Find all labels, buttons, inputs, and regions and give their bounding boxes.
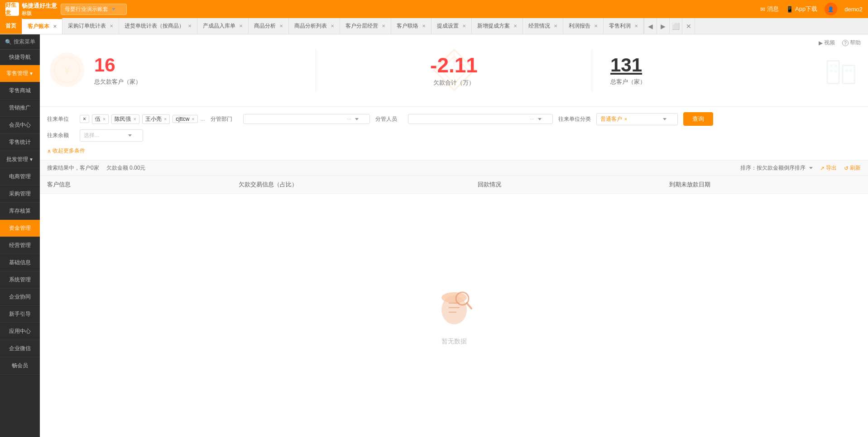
sidebar-item-inventory[interactable]: 库存核算 [0, 203, 40, 220]
svg-rect-9 [830, 64, 833, 67]
more-tags-btn[interactable]: ... [201, 116, 205, 122]
sort-select[interactable]: 排序：按欠款金额倒序排序 [740, 164, 813, 172]
help-area: ▶ 视频 ? 帮助 [819, 39, 861, 47]
template-selector[interactable]: 母婴行业演示账套 [61, 4, 127, 15]
tab-customer-ledger[interactable]: 客户账本 ✕ [22, 18, 62, 34]
filter-row-1: 往来单位 × 伍 × 陈民强 × 王小亮 × [47, 112, 861, 126]
close-tab-icon[interactable]: ✕ [594, 24, 598, 28]
sidebar-item-basic-info[interactable]: 基础信息 [0, 254, 40, 271]
tab-product-analysis-list[interactable]: 商品分析列表 ✕ [289, 18, 340, 34]
nav-prev-btn[interactable]: ◀ [644, 18, 657, 34]
sidebar-item-enterprise-collab[interactable]: 企业协同 [0, 289, 40, 306]
remove-tag-wang[interactable]: × [164, 116, 167, 122]
unit-class-select[interactable]: 普通客户 × [596, 113, 678, 125]
sidebar-item-retail-stats[interactable]: 零售统计 [0, 134, 40, 151]
tab-customer-contact[interactable]: 客户联络 ✕ [391, 18, 432, 34]
balance-select[interactable]: 选择... [80, 129, 143, 142]
sidebar-item-chang-member[interactable]: 畅会员 [0, 357, 40, 375]
sidebar-item-ecommerce[interactable]: 电商管理 [0, 168, 40, 185]
tab-inbound-by-product[interactable]: 进货单统计表（按商品） ✕ [119, 18, 197, 34]
sidebar-item-capital-mgmt[interactable]: 资金管理 [0, 220, 40, 237]
sidebar-quick-nav[interactable]: 快捷导航 [0, 50, 40, 65]
message-btn[interactable]: ✉ 消息 [760, 5, 779, 13]
sidebar-search[interactable]: 🔍 搜索菜单 [0, 34, 40, 50]
export-btn[interactable]: ↗ 导出 [820, 164, 837, 172]
dept-select[interactable]: ··· [243, 114, 370, 124]
query-button[interactable]: 查询 [683, 112, 713, 126]
tab-commission-settings[interactable]: 提成设置 ✕ [432, 18, 472, 34]
nav-maximize-btn[interactable]: ⬜ [670, 18, 682, 34]
close-tab-icon[interactable]: ✕ [634, 24, 638, 28]
empty-text: 暂无数据 [441, 337, 467, 346]
person-label: 分管人员 [375, 115, 403, 123]
close-tab-icon[interactable]: ✕ [462, 24, 466, 28]
filter-row-2: 往来余额 选择... [47, 129, 861, 142]
video-btn[interactable]: ▶ 视频 [819, 39, 835, 47]
customer-count: 搜索结果中，客户0家 [47, 164, 99, 172]
sidebar-item-new-guide[interactable]: 新手引导 [0, 306, 40, 323]
close-tab-icon[interactable]: ✕ [239, 24, 243, 28]
person-select[interactable]: ··· [408, 114, 553, 124]
collapse-up-icon: ∧ [47, 148, 51, 154]
message-icon: ✉ [760, 6, 765, 13]
username[interactable]: demo2 [844, 6, 863, 13]
tab-retail-profit[interactable]: 零售利润 ✕ [604, 18, 644, 34]
tab-product-analysis[interactable]: 商品分析 ✕ [249, 18, 289, 34]
help-btn[interactable]: ? 帮助 [842, 39, 861, 47]
stat-debt-amount: -2.11 欠款合计（万） [316, 45, 592, 96]
sidebar-item-retail-mall[interactable]: 零售商城 [0, 82, 40, 100]
sidebar-item-member-center[interactable]: 会员中心 [0, 117, 40, 134]
table-header: 客户信息 欠款交易信息（占比） 回款情况 到期未放款日期 [40, 176, 868, 194]
remove-tag-cjttcw[interactable]: × [192, 116, 194, 122]
close-tab-icon[interactable]: ✕ [331, 24, 334, 28]
col-debt-info: 欠款交易信息（占比） [239, 180, 478, 189]
person-clear-icon[interactable]: ··· [530, 116, 534, 122]
sidebar-item-app-center[interactable]: 应用中心 [0, 323, 40, 340]
sidebar-item-marketing[interactable]: 营销推广 [0, 100, 40, 117]
sidebar-item-wholesale-mgmt[interactable]: 批发管理 ▼ [0, 151, 40, 168]
tab-profit-report[interactable]: 利润报告 ✕ [563, 18, 604, 34]
tab-production-inbound[interactable]: 产成品入库单 ✕ [197, 18, 249, 34]
sidebar-item-retail-mgmt[interactable]: 零售管理 ▼ [0, 65, 40, 82]
refresh-btn[interactable]: ↺ 刷新 [844, 164, 861, 172]
tab-purchase-order[interactable]: 采购订单统计表 ✕ [62, 18, 119, 34]
close-tab-icon[interactable]: ✕ [188, 24, 192, 28]
balance-chevron-icon [128, 134, 132, 137]
unit-class-chevron-icon [663, 118, 667, 120]
app-download-btn[interactable]: 📱 App下载 [786, 5, 817, 13]
close-tab-icon[interactable]: ✕ [554, 24, 557, 28]
building-bg-icon [823, 52, 859, 89]
sidebar-item-enterprise-wechat[interactable]: 企业微信 [0, 340, 40, 357]
close-tab-icon[interactable]: ✕ [279, 24, 283, 28]
person-chevron-icon [538, 118, 542, 120]
close-tab-icon[interactable]: ✕ [53, 24, 57, 29]
unit-tag-chen: 陈民强 × [111, 114, 139, 124]
sidebar-item-operation-mgmt[interactable]: 经营管理 [0, 237, 40, 254]
tab-business-status[interactable]: 经营情况 ✕ [523, 18, 563, 34]
svg-rect-11 [830, 70, 833, 72]
close-tab-icon[interactable]: ✕ [513, 24, 517, 28]
remove-tag-wu[interactable]: × [103, 116, 106, 122]
template-chevron-icon [112, 8, 115, 10]
search-icon: 🔍 [5, 39, 12, 45]
sidebar-item-purchase-mgmt[interactable]: 采购管理 [0, 185, 40, 203]
sidebar-item-system-mgmt[interactable]: 系统管理 [0, 271, 40, 289]
diamond-bg-icon [432, 47, 477, 94]
tab-home[interactable]: 首页 [0, 18, 22, 34]
close-tab-icon[interactable]: ✕ [422, 24, 426, 28]
total-customers-number: 131 [610, 55, 646, 76]
close-tab-icon[interactable]: ✕ [110, 24, 113, 28]
dept-clear-icon[interactable]: ··· [347, 116, 351, 122]
close-tab-icon[interactable]: ✕ [382, 24, 385, 28]
logo-icon: 好生意 [5, 2, 19, 16]
user-avatar[interactable]: 👤 [825, 3, 837, 15]
collapse-btn[interactable]: ∧ 收起更多条件 [47, 147, 861, 155]
tab-add-commission[interactable]: 新增提成方案 ✕ [472, 18, 523, 34]
nav-next-btn[interactable]: ▶ [657, 18, 670, 34]
col-repayment: 回款情况 [478, 180, 669, 189]
remove-unit-class[interactable]: × [624, 116, 627, 122]
remove-tag-chen[interactable]: × [133, 116, 136, 122]
unit-tag-cjttcw: cjttcw × [173, 115, 197, 123]
nav-close-all-btn[interactable]: ✕ [682, 18, 695, 34]
tab-customer-tier[interactable]: 客户分层经营 ✕ [340, 18, 391, 34]
